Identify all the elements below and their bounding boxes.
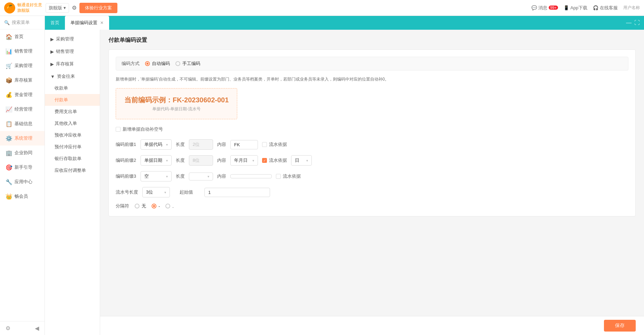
length-1-input: 2位 — [189, 139, 213, 150]
tab-home-label: 首页 — [50, 20, 59, 26]
start-value-input[interactable] — [204, 188, 270, 197]
tab-home[interactable]: 首页 — [45, 16, 65, 30]
separator-label: 分隔符 — [116, 203, 129, 209]
sub-group-inventory-title[interactable]: ▶ 库存核算 — [45, 58, 100, 70]
sidebar-item-basic[interactable]: 📋 基础信息 — [0, 117, 45, 131]
logo: 🍊 畅通道好生意 旗舰版 — [4, 2, 42, 13]
sub-item-bank-deposit[interactable]: 银行存取款单 — [45, 153, 100, 165]
sidebar-item-inventory[interactable]: 📦 库存核算 — [0, 73, 45, 87]
prefix-1-value: 单据代码 — [144, 141, 162, 148]
prefix-1-select[interactable]: 单据代码 ▾ — [141, 139, 172, 150]
sidebar-item-apps[interactable]: 🔧 应用中心 — [0, 175, 45, 189]
auto-encode-radio[interactable] — [145, 61, 150, 66]
sidebar: 🔍 搜索菜单 🏠 首页 📊 销售管理 🛒 采购管理 📦 库存核算 💰 — [0, 16, 45, 335]
encoding-method-group: 编码方式 自动编码 手工编码 — [116, 57, 628, 71]
sub-group-purchase-title[interactable]: ▶ 采购管理 — [45, 33, 100, 45]
settings-icon[interactable]: ⚙ — [72, 4, 77, 11]
sub-item-expense[interactable]: 费用支出单 — [45, 106, 100, 118]
length-3-select[interactable]: ▾ — [189, 173, 213, 180]
sep-dash-option[interactable]: - — [152, 204, 160, 209]
arrow-right-icon-inv: ▶ — [50, 62, 54, 67]
manual-encode-option[interactable]: 手工编码 — [175, 61, 200, 67]
content-3-input[interactable] — [230, 174, 272, 178]
content-area: ▶ 采购管理 ▶ 销售管理 ▶ 库存核算 — [45, 30, 644, 335]
serial-1-item: 流水依据 — [262, 141, 287, 148]
online-service-item[interactable]: 🎧 在线客服 — [593, 5, 618, 11]
sep-dash-radio[interactable] — [152, 204, 156, 208]
search-menu[interactable]: 🔍 搜索菜单 — [0, 16, 45, 29]
sidebar-item-system[interactable]: ⚙️ 系统管理 — [0, 131, 45, 146]
sub-item-receivable-adj[interactable]: 应收应付调整单 — [45, 165, 100, 176]
sidebar-item-guide[interactable]: 🎯 新手引导 — [0, 160, 45, 175]
auto-fill-row: 新增单据自动补空号 — [116, 126, 628, 132]
sep-dash-label: - — [158, 204, 160, 209]
manual-encode-radio[interactable] — [175, 61, 180, 66]
app-icon: 📱 — [564, 5, 569, 10]
sales-icon: 📊 — [6, 48, 12, 54]
tab-close-icon[interactable]: ✕ — [100, 20, 104, 25]
sidebar-item-sales[interactable]: 📊 销售管理 — [0, 44, 45, 58]
sidebar-item-member[interactable]: 👑 畅会员 — [0, 189, 45, 204]
auto-fill-checkbox[interactable] — [116, 127, 121, 132]
day-select-value: 日 — [295, 157, 299, 164]
message-item[interactable]: 💬 消息 99+ — [531, 5, 558, 11]
sub-group-sales-title[interactable]: ▶ 销售管理 — [45, 46, 100, 57]
topbar-right: 💬 消息 99+ 📱 App下载 🎧 在线客服 用户名称 — [531, 5, 640, 11]
sep-none-radio[interactable] — [135, 204, 140, 208]
panel-wrapper: 付款单编码设置 编码方式 自动编码 手工编码 — [100, 30, 644, 335]
day-select[interactable]: 日 ▾ — [291, 155, 312, 166]
tab-maximize-icon[interactable]: ⛶ — [634, 20, 640, 26]
chevron-down-1: ▾ — [166, 143, 168, 147]
app-download-item[interactable]: 📱 App下载 — [564, 5, 587, 11]
sep-none-option[interactable]: 无 — [135, 203, 146, 209]
auto-encode-option[interactable]: 自动编码 — [145, 61, 170, 67]
system-icon: ⚙️ — [6, 135, 12, 141]
content-2-select[interactable]: 年月日 ▾ — [230, 155, 258, 166]
chevron-down-serial: ▾ — [164, 190, 166, 194]
sidebar-item-finance[interactable]: 💰 资金管理 — [0, 87, 45, 102]
serial-number-row: 流水号长度 3位 ▾ 起始值 — [116, 187, 628, 197]
message-label: 消息 — [538, 5, 547, 11]
sep-dot-option[interactable]: . — [165, 204, 174, 209]
sidebar-item-purchase[interactable]: 🛒 采购管理 — [0, 58, 45, 73]
serial-3-checkbox[interactable] — [276, 174, 281, 179]
prefix-2-label: 编码前缀2 — [116, 157, 136, 164]
sub-item-receipt[interactable]: 收款单 — [45, 82, 100, 94]
page-title: 付款单编码设置 — [108, 37, 636, 44]
save-button[interactable]: 保存 — [604, 320, 636, 332]
start-value-label: 起始值 — [180, 189, 200, 195]
tab-minimize-icon[interactable]: — — [626, 20, 632, 26]
preview-desc: 单据代码-单据日期-流水号 — [124, 106, 229, 112]
prefix-2-select[interactable]: 单据日期 ▾ — [141, 155, 172, 166]
manual-encode-label: 手工编码 — [182, 61, 200, 67]
chevron-down-icon: ▾ — [64, 5, 66, 10]
tab-encoding[interactable]: 单据编码设置 ✕ — [65, 16, 109, 30]
collapse-icon[interactable]: ◀ — [35, 325, 39, 332]
settings-bottom-icon[interactable]: ⚙ — [6, 325, 10, 332]
sidebar-menu: 🏠 首页 📊 销售管理 🛒 采购管理 📦 库存核算 💰 资金管理 📈 经 — [0, 29, 45, 321]
sidebar-label-inventory: 库存核算 — [15, 77, 32, 83]
trial-button[interactable]: 体验行业方案 — [79, 3, 117, 13]
sub-item-prepay-receivable[interactable]: 预收冲应收单 — [45, 129, 100, 141]
sub-group-capital-title[interactable]: ▼ 资金往来 — [45, 71, 100, 82]
serial-2-checkbox[interactable]: ✓ — [262, 158, 267, 163]
app-download-label: App下载 — [570, 5, 587, 11]
sidebar-label-purchase: 采购管理 — [15, 63, 32, 69]
chevron-down-2: ▾ — [166, 159, 168, 162]
preview-code: FK-20230602-001 — [173, 96, 229, 104]
sub-item-prepay-payable[interactable]: 预付冲应付单 — [45, 141, 100, 153]
info-text: 新增单据时，'单据编码'自动生成，不可编辑。前缀设置为部门、业务员等档案类，开单… — [116, 76, 628, 83]
prefix-3-select[interactable]: 空 ▾ — [141, 171, 172, 182]
sidebar-item-home[interactable]: 🏠 首页 — [0, 29, 45, 44]
sub-item-payment[interactable]: 付款单 — [45, 94, 100, 106]
version-dropdown[interactable]: 旗舰版 ▾ — [46, 3, 69, 13]
sidebar-item-enterprise[interactable]: 🏢 企业协同 — [0, 146, 45, 160]
serial-length-select[interactable]: 3位 ▾ — [142, 187, 170, 197]
sep-dot-label: . — [172, 204, 174, 209]
sub-item-other-income[interactable]: 其他收入单 — [45, 118, 100, 129]
home-icon: 🏠 — [6, 34, 12, 40]
sep-dot-radio[interactable] — [165, 204, 170, 208]
sidebar-label-enterprise: 企业协同 — [15, 150, 32, 156]
sidebar-item-operation[interactable]: 📈 经营管理 — [0, 102, 45, 117]
serial-1-checkbox[interactable] — [262, 142, 267, 147]
